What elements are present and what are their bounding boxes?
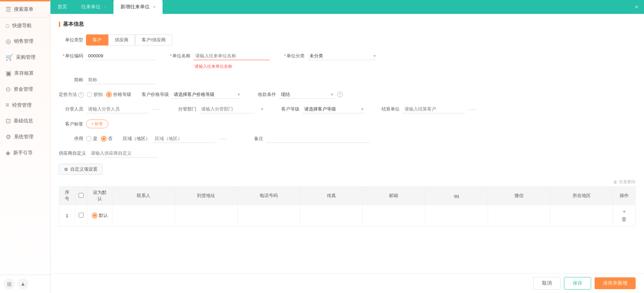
save-new-button[interactable]: 保存并新增 [595, 277, 636, 289]
wechat-input[interactable] [492, 213, 547, 218]
cell-region[interactable] [550, 205, 613, 226]
cancel-button[interactable]: 取消 [533, 277, 560, 290]
basic-info-icon: ⊡ [6, 117, 11, 125]
pricing-method-help-icon[interactable]: ? [78, 92, 84, 98]
disabled-no-radio[interactable]: 否 [101, 136, 112, 142]
fax-input[interactable] [304, 213, 359, 218]
add-tag-btn[interactable]: + 标签 [86, 120, 108, 128]
main-area: 首页 往来单位 × 新增往来单位 × × 基本信息 单位类型 客户 供应商 客户… [50, 0, 644, 293]
customer-price-level-label: 客户价格等级 [142, 91, 169, 98]
unit-name-label: *单位名称 [166, 53, 190, 59]
section-title-text: 基本信息 [63, 21, 84, 27]
cell-address[interactable] [175, 205, 237, 226]
manager-input[interactable] [86, 105, 149, 113]
sidebar-item-basic-info[interactable]: ⊡ 基础信息 [0, 113, 50, 129]
department-label: 分管部门 [172, 106, 196, 112]
select-all-checkbox[interactable] [79, 193, 84, 198]
unit-code-label: *单位编码 [59, 53, 83, 59]
sidebar-item-purchase[interactable]: 🛒 采购管理 [0, 49, 50, 65]
save-button[interactable]: 保存 [564, 277, 591, 290]
cell-qq[interactable] [425, 205, 488, 226]
customer-level-select[interactable]: 请选择客户等级 [302, 105, 365, 113]
row-add-btn[interactable]: + [621, 208, 627, 215]
sidebar-item-inventory[interactable]: ▣ 库存核算 [0, 65, 50, 81]
address-input[interactable] [179, 213, 234, 218]
disabled-yes-radio[interactable]: 是 [86, 136, 97, 142]
department-input[interactable] [199, 105, 255, 113]
cell-email[interactable] [363, 205, 425, 226]
sidebar-item-label: 资金管理 [14, 86, 33, 92]
payment-terms-help-icon[interactable]: ? [337, 92, 343, 97]
sidebar-item-finance[interactable]: ⊙ 资金管理 [0, 81, 50, 97]
sidebar-item-label: 经营管理 [12, 102, 32, 108]
unit-type-customer-btn[interactable]: 客户 [86, 34, 108, 46]
tab-add-partner[interactable]: 新增往来单位 × [113, 0, 163, 14]
unit-type-buttons: 客户 供应商 客户/供应商 [86, 34, 172, 46]
email-input[interactable] [366, 213, 422, 218]
tabs-close-all[interactable]: × [629, 0, 644, 14]
sidebar-item-label: 销售管理 [14, 38, 33, 44]
pricing-level-radio[interactable]: 价格等级 [106, 91, 131, 98]
unit-category-select[interactable]: 未分类 [307, 52, 377, 60]
sidebar-item-operations[interactable]: ≡ 经营管理 [0, 97, 50, 113]
unit-type-supplier-btn[interactable]: 供应商 [108, 34, 135, 46]
sidebar-item-sales[interactable]: ◎ 销售管理 [0, 33, 50, 49]
payment-terms-select[interactable]: 现结 [279, 90, 335, 99]
sidebar-item-label: 基础信息 [14, 118, 33, 124]
customer-tag-label: 客户标签 [59, 121, 83, 127]
payment-terms-group: 收款条件 现结 ? [252, 90, 343, 99]
sidebar-search[interactable]: ☰ 搜索菜单 [0, 1, 50, 18]
row-default-radio[interactable]: 默认 [91, 212, 109, 219]
department-select-wrap[interactable] [258, 105, 265, 113]
tab-partner-list-close[interactable]: × [104, 5, 107, 9]
sidebar-item-quick-nav[interactable]: ⌂ 快捷导航 [0, 18, 50, 33]
tab-partner-list[interactable]: 往来单位 × [74, 0, 113, 14]
unit-category-label: *单位分类 [280, 53, 305, 59]
settlement-unit-dots-btn[interactable]: ··· [468, 106, 478, 113]
customer-price-level-select[interactable]: 请选择客户价格等级 [172, 90, 241, 99]
short-name-input[interactable] [86, 76, 156, 84]
customer-level-select-wrap[interactable]: 请选择客户等级 [302, 105, 365, 113]
sidebar-item-guide[interactable]: ◈ 新手引导 [0, 145, 50, 161]
tab-home[interactable]: 首页 [50, 0, 74, 14]
pricing-discount-radio[interactable]: 折扣 [87, 91, 103, 98]
tab-home-label: 首页 [57, 4, 67, 10]
tab-add-partner-close[interactable]: × [153, 5, 156, 9]
custom-settings-btn[interactable]: ⚙ 自定义项设置 [59, 164, 103, 175]
settlement-unit-input[interactable] [402, 105, 465, 113]
row-checkbox[interactable] [79, 213, 84, 218]
unit-type-row: 单位类型 客户 供应商 客户/供应商 [59, 34, 636, 46]
cell-contact[interactable] [112, 205, 175, 226]
cell-phone[interactable] [237, 205, 300, 226]
row-delete-btn[interactable]: 🗑 [620, 215, 628, 223]
sidebar-bottom-icon-2[interactable]: ▲ [17, 278, 29, 290]
sidebar-bottom: ⊞ ▲ [0, 275, 50, 293]
unit-name-input[interactable] [193, 52, 270, 60]
sidebar-bottom-icon-1[interactable]: ⊞ [3, 278, 15, 290]
manager-dots-btn[interactable]: ··· [151, 106, 162, 113]
qq-input[interactable] [429, 213, 484, 218]
region-dots-btn[interactable]: ··· [218, 135, 228, 143]
cell-fax[interactable] [300, 205, 363, 226]
customer-price-level-select-wrap[interactable]: 请选择客户价格等级 [172, 90, 241, 99]
remark-input[interactable] [266, 135, 370, 143]
unit-category-select-wrap[interactable]: 未分类 [307, 52, 377, 60]
table-row: 1 默认 [59, 205, 636, 226]
supplier-custom-input[interactable] [89, 149, 158, 157]
batch-delete-area[interactable]: 🗑 批量删除 [59, 179, 636, 185]
cell-wechat[interactable] [488, 205, 550, 226]
payment-terms-select-wrap[interactable]: 现结 [279, 90, 335, 99]
sidebar-item-system[interactable]: ⚙ 系统管理 [0, 129, 50, 145]
supplier-custom-label: 供应商自定义 [59, 150, 86, 156]
region-input[interactable] [153, 135, 215, 143]
phone-input[interactable] [241, 213, 297, 218]
pricing-discount-radio-circle [87, 92, 92, 97]
unit-code-input[interactable] [86, 52, 156, 60]
system-icon: ⚙ [6, 133, 11, 141]
region-table-input[interactable] [554, 213, 609, 218]
remark-group: 备注 [239, 135, 370, 143]
unit-type-both-btn[interactable]: 客户/供应商 [135, 34, 172, 46]
contact-input[interactable] [116, 213, 171, 218]
cell-checkbox[interactable] [75, 205, 87, 226]
unit-name-error: 请输入往来单位名称 [195, 64, 232, 70]
